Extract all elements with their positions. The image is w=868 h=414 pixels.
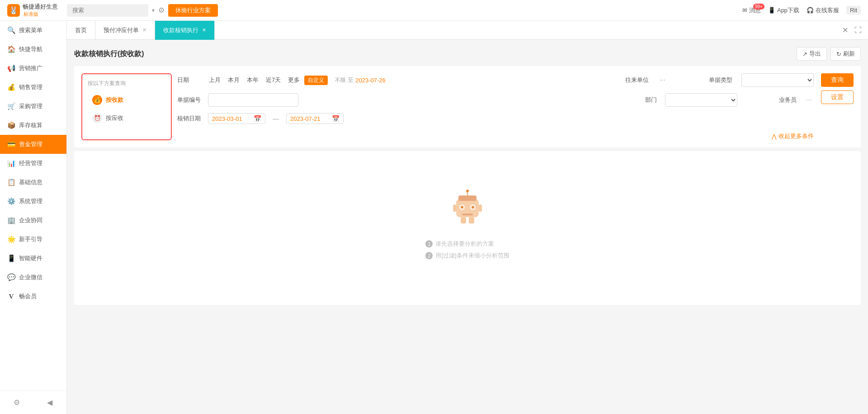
writeoff-date-from-input[interactable]	[212, 115, 252, 122]
sidebar-item-wechat[interactable]: 💬 企业微信	[0, 268, 66, 287]
sidebar-item-finance[interactable]: 💳 资金管理	[0, 135, 66, 154]
enterprise-icon: 🏢	[7, 216, 15, 224]
tab-expand-button[interactable]: ⛶	[852, 24, 864, 36]
purchase-icon: 🛒	[7, 102, 15, 110]
tab-prepay[interactable]: 预付冲应付单 ✕	[95, 21, 155, 40]
sidebar-item-system[interactable]: ⚙️ 系统管理	[0, 192, 66, 211]
message-badge: 99+	[753, 4, 764, 10]
svg-rect-1	[458, 195, 476, 201]
tab-close-all-button[interactable]: ✕	[840, 24, 851, 36]
user-avatar[interactable]: Rit	[846, 6, 861, 14]
date-btn-last-month[interactable]: 上月	[206, 75, 223, 85]
sidebar-item-hardware[interactable]: 📱 智能硬件	[0, 249, 66, 268]
sidebar-item-purchase[interactable]: 🛒 采购管理	[0, 97, 66, 116]
page-title: 收款核销执行(按收款)	[74, 49, 144, 59]
date-btn-this-month[interactable]: 本月	[225, 75, 242, 85]
sidebar-item-label: 库存核算	[19, 121, 42, 129]
tip-num-1: 1	[425, 240, 433, 247]
filter-option-by-receipt[interactable]: 💰 按收款	[88, 92, 165, 108]
tab-home[interactable]: 首页	[67, 21, 95, 40]
customer-service-button[interactable]: 🎧 在线客服	[807, 6, 839, 14]
app-download-button[interactable]: 📱 App下载	[768, 6, 799, 14]
quick-nav-icon: 🏠	[7, 45, 15, 53]
date-range-display: 不限 至 2023-07-26	[335, 76, 386, 84]
sidebar-item-marketing[interactable]: 📢 营销推广	[0, 59, 66, 78]
sidebar-item-inventory[interactable]: 📦 库存核算	[0, 116, 66, 135]
tip-num-2: 2	[425, 252, 433, 259]
sidebar-item-member[interactable]: V 畅会员	[0, 287, 66, 306]
content-area: 首页 预付冲应付单 ✕ 收款核销执行 ✕ ✕ ⛶ 收款核销执行(按收款)	[67, 21, 868, 414]
query-button[interactable]: 查询	[821, 73, 854, 87]
top-search-input[interactable]	[67, 4, 148, 17]
export-button[interactable]: ↗ 导出	[797, 47, 827, 61]
date-quick-btns: 上月 本月 本年 近7天 更多 自定义	[206, 75, 328, 85]
staff-input[interactable]: ···	[804, 96, 814, 104]
sidebar-item-operation[interactable]: 📊 经营管理	[0, 154, 66, 173]
filter-sidebar: 按以下方案查询 💰 按收款 ⏰ 按应收	[81, 73, 172, 140]
tab-writeoff-label: 收款核销执行	[163, 26, 198, 34]
filter-layout: 按以下方案查询 💰 按收款 ⏰ 按应收	[81, 73, 854, 140]
refresh-icon: ↻	[836, 51, 841, 57]
doc-type-select[interactable]	[741, 73, 814, 87]
empty-tips: 1 请先选择要分析的方案 2 用[过滤]条件来缩小分析范围	[425, 238, 509, 262]
collapse-button[interactable]: ⋀ 收起更多条件	[772, 132, 814, 140]
counterpart-input[interactable]: ···	[658, 76, 667, 84]
search-dropdown-icon[interactable]: ▾	[152, 7, 155, 14]
wechat-icon: 💬	[7, 273, 15, 281]
date-btn-7days[interactable]: 近7天	[263, 75, 283, 85]
doc-no-input[interactable]	[208, 93, 298, 107]
top-bar-right: ✉ 消息 99+ 📱 App下载 🎧 在线客服 Rit	[742, 6, 861, 14]
service-icon: 🎧	[807, 7, 814, 14]
sales-icon: 💰	[7, 83, 15, 91]
sidebar-item-basic[interactable]: 📋 基础信息	[0, 173, 66, 192]
settings-filter-button[interactable]: 设置	[821, 90, 854, 104]
sidebar-item-label: 企业微信	[19, 273, 42, 281]
filter-rows: 日期 上月 本月 本年 近7天 更多 自定义	[177, 73, 814, 140]
message-button[interactable]: ✉ 消息 99+	[742, 6, 761, 14]
search-menu-icon: 🔍	[7, 26, 15, 34]
sidebar-item-sales[interactable]: 💰 销售管理	[0, 78, 66, 97]
filter-sidebar-title: 按以下方案查询	[88, 80, 165, 87]
sidebar-item-label: 快捷导航	[19, 45, 42, 53]
svg-rect-8	[479, 205, 482, 212]
logo-icon: 🐰	[7, 4, 20, 17]
tab-writeoff[interactable]: 收款核销执行 ✕	[155, 21, 215, 40]
svg-point-5	[472, 206, 474, 209]
dept-select[interactable]	[665, 93, 737, 107]
sidebar-collapse-button[interactable]: ◀	[33, 395, 67, 410]
settings-icon[interactable]: ⚙	[158, 6, 165, 14]
tab-prepay-close-icon[interactable]: ✕	[142, 27, 146, 33]
sidebar-item-guide[interactable]: 🌟 新手引导	[0, 230, 66, 249]
filter-option-by-receivable[interactable]: ⏰ 按应收	[88, 110, 165, 126]
empty-illustration	[445, 186, 490, 231]
sidebar-bottom: ⚙ ◀	[0, 390, 66, 414]
sidebar-settings-button[interactable]: ⚙	[0, 395, 33, 410]
sidebar-item-quick-nav[interactable]: 🏠 快捷导航	[0, 40, 66, 59]
solution-button[interactable]: 休验行业方案	[168, 4, 218, 17]
sidebar-item-label: 智能硬件	[19, 254, 42, 262]
dept-label: 部门	[645, 96, 658, 104]
receipt-option-icon: 💰	[92, 95, 102, 105]
date-range-separator: —	[273, 115, 279, 122]
calendar-from-icon[interactable]: 📅	[254, 115, 261, 122]
receivable-option-icon: ⏰	[92, 113, 102, 123]
sidebar-item-enterprise[interactable]: 🏢 企业协同	[0, 211, 66, 230]
tip-text-1: 请先选择要分析的方案	[435, 238, 494, 250]
date-btn-this-year[interactable]: 本年	[244, 75, 261, 85]
tab-writeoff-close-icon[interactable]: ✕	[202, 27, 206, 33]
date-btn-custom[interactable]: 自定义	[304, 76, 328, 85]
results-card: 1 请先选择要分析的方案 2 用[过滤]条件来缩小分析范围	[74, 151, 861, 305]
date-value: 2023-07-26	[355, 77, 386, 84]
tabs-actions: ✕ ⛶	[840, 24, 868, 36]
refresh-button[interactable]: ↻ 刷新	[830, 47, 861, 61]
collapse-row: ⋀ 收起更多条件	[177, 130, 814, 140]
brand-sub: 标准版	[24, 11, 58, 18]
date-btn-more[interactable]: 更多	[285, 75, 302, 85]
calendar-to-icon[interactable]: 📅	[332, 115, 340, 122]
finance-icon: 💳	[7, 140, 15, 148]
filter-row-3: 核销日期 📅 — 📅	[177, 113, 814, 124]
filter-option-label: 按应收	[106, 114, 123, 122]
svg-rect-6	[462, 214, 473, 215]
writeoff-date-to-input[interactable]	[290, 115, 330, 122]
sidebar-item-search-menu[interactable]: 🔍 搜索菜单	[0, 21, 66, 40]
